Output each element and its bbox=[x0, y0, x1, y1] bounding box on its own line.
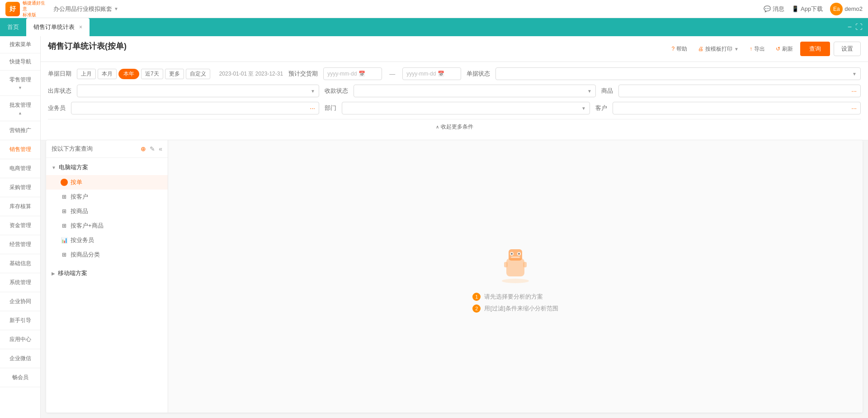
sidebar-label-retail: 零售管理 bbox=[9, 76, 31, 84]
svg-rect-7 bbox=[511, 256, 520, 258]
date-btn-last-month[interactable]: 上月 bbox=[77, 69, 96, 79]
date-btn-7days[interactable]: 近7天 bbox=[141, 69, 163, 79]
ship-select[interactable]: ▼ bbox=[77, 85, 319, 97]
dropdown-arrow-icon[interactable]: ▼ bbox=[114, 6, 118, 11]
message-button[interactable]: 💬 消息 bbox=[764, 5, 784, 13]
sidebar: 搜索菜单 快捷导航 零售管理 ▼ 批发管理 ▲ 营销推广 销售管理 电商管理 采… bbox=[0, 36, 41, 418]
scheme-by-product-category[interactable]: ⊞ 按商品分类 bbox=[46, 247, 168, 262]
product-more-icon[interactable]: ··· bbox=[851, 87, 857, 95]
scheme-by-order[interactable]: 单 按单 bbox=[46, 175, 168, 190]
sidebar-item-enterprise[interactable]: 企业协同 bbox=[0, 292, 40, 311]
sidebar-label-system: 系统管理 bbox=[9, 279, 31, 286]
salesperson-more-icon[interactable]: ··· bbox=[310, 104, 315, 112]
tab-home[interactable]: 首页 bbox=[0, 18, 26, 36]
by-customer-product-label: 按客户+商品 bbox=[71, 222, 104, 230]
left-panel-actions: ⊕ ✎ « bbox=[141, 145, 162, 152]
setting-button[interactable]: 设置 bbox=[834, 42, 861, 56]
status-select[interactable]: ▼ bbox=[495, 67, 861, 80]
salesperson-input[interactable]: ··· bbox=[71, 102, 319, 114]
expected-date-end[interactable]: yyyy-mm-dd 📅 bbox=[402, 67, 461, 80]
sidebar-item-purchase[interactable]: 采购管理 bbox=[0, 178, 40, 197]
date-btn-more[interactable]: 更多 bbox=[165, 69, 184, 79]
tab-bar-actions: − ⛶ bbox=[848, 23, 868, 31]
customer-input[interactable]: ··· bbox=[613, 102, 861, 114]
app-download-button[interactable]: 📱 App下载 bbox=[792, 5, 823, 13]
export-button[interactable]: ↑ 导出 bbox=[746, 43, 769, 55]
customer-label: 客户 bbox=[595, 104, 607, 112]
sidebar-item-marketing[interactable]: 营销推广 bbox=[0, 121, 40, 140]
print-button[interactable]: 🖨 按模板打印 ▼ bbox=[694, 43, 742, 55]
payment-select-arrow: ▼ bbox=[587, 89, 592, 94]
scheme-by-customer-product[interactable]: ⊞ 按客户+商品 bbox=[46, 218, 168, 233]
sidebar-item-base[interactable]: 基础信息 bbox=[0, 254, 40, 273]
ship-select-arrow: ▼ bbox=[311, 89, 315, 94]
logo-text: 畅捷通好生意 标准版 bbox=[23, 0, 46, 18]
sidebar-item-retail[interactable]: 零售管理 ▼ bbox=[0, 71, 40, 96]
message-icon: 💬 bbox=[764, 5, 771, 12]
sidebar-arrow-retail: ▼ bbox=[18, 86, 22, 90]
scheme-by-customer[interactable]: ⊞ 按客户 bbox=[46, 190, 168, 204]
svg-rect-9 bbox=[523, 262, 527, 267]
sidebar-label-sales: 销售管理 bbox=[9, 146, 31, 153]
dept-select[interactable]: ▼ bbox=[342, 102, 590, 114]
payment-label: 收款状态 bbox=[325, 87, 348, 95]
sidebar-item-newuser[interactable]: 新手引导 bbox=[0, 311, 40, 330]
sidebar-item-wechat[interactable]: 企业微信 bbox=[0, 349, 40, 368]
collapse-up-icon: ∧ bbox=[436, 124, 439, 129]
top-bar-title[interactable]: 办公用品行业模拟账套 ▼ bbox=[53, 5, 756, 13]
sidebar-item-wholesale[interactable]: 批发管理 ▲ bbox=[0, 96, 40, 121]
hint-num-2: 2 bbox=[472, 304, 481, 313]
mobile-schemes-parent[interactable]: ▶ 移动端方案 bbox=[46, 266, 168, 281]
sidebar-quick-nav[interactable]: 快捷导航 bbox=[0, 53, 40, 71]
sidebar-item-member[interactable]: 畅会员 bbox=[0, 368, 40, 387]
desktop-schemes-parent[interactable]: ▼ 电脑端方案 bbox=[46, 160, 168, 175]
desktop-schemes-label: 电脑端方案 bbox=[59, 163, 88, 171]
mobile-schemes-section: ▶ 移动端方案 bbox=[46, 264, 168, 283]
main-content-wrapper: 按以下方案查询 ⊕ ✎ « ▼ 电脑端方案 单 按单 bbox=[46, 140, 863, 413]
svg-point-0 bbox=[502, 279, 529, 283]
sidebar-item-finance[interactable]: 资金管理 bbox=[0, 216, 40, 235]
scheme-by-salesperson[interactable]: 📊 按业务员 bbox=[46, 233, 168, 247]
sidebar-item-appcenter[interactable]: 应用中心 bbox=[0, 330, 40, 349]
refresh-button[interactable]: ↺ 刷新 bbox=[772, 43, 797, 55]
sidebar-item-operations[interactable]: 经营管理 bbox=[0, 235, 40, 254]
sidebar-search-menu[interactable]: 搜索菜单 bbox=[0, 36, 40, 53]
add-scheme-icon[interactable]: ⊕ bbox=[141, 145, 146, 152]
by-product-icon: ⊞ bbox=[61, 208, 68, 215]
mobile-expand-icon: ▶ bbox=[52, 271, 55, 276]
refresh-icon: ↺ bbox=[776, 46, 780, 52]
sidebar-item-inventory[interactable]: 库存核算 bbox=[0, 197, 40, 216]
help-icon: ? bbox=[671, 46, 675, 52]
payment-select[interactable]: ▼ bbox=[354, 85, 596, 97]
customer-more-icon[interactable]: ··· bbox=[851, 104, 857, 112]
sidebar-item-system[interactable]: 系统管理 bbox=[0, 273, 40, 292]
expected-date-start[interactable]: yyyy-mm-dd 📅 bbox=[323, 67, 382, 80]
filter-row-3: 业务员 ··· 部门 ▼ 客户 ··· bbox=[48, 102, 861, 114]
date-btn-custom[interactable]: 自定义 bbox=[186, 69, 210, 79]
user-menu[interactable]: Ea demo2 bbox=[830, 3, 863, 15]
by-customer-icon: ⊞ bbox=[61, 193, 68, 200]
expand-icon: ▼ bbox=[52, 165, 56, 170]
maximize-icon[interactable]: ⛶ bbox=[855, 23, 863, 31]
help-button[interactable]: ? 帮助 bbox=[668, 43, 691, 55]
edit-scheme-icon[interactable]: ✎ bbox=[150, 145, 155, 152]
product-label: 商品 bbox=[601, 87, 613, 95]
date-btn-this-year[interactable]: 本年 bbox=[118, 69, 139, 79]
salesperson-label: 业务员 bbox=[48, 104, 66, 112]
scheme-by-product[interactable]: ⊞ 按商品 bbox=[46, 204, 168, 218]
collapse-panel-icon[interactable]: « bbox=[159, 145, 162, 152]
product-input[interactable]: ··· bbox=[618, 85, 861, 97]
logo-icon: 好 bbox=[5, 2, 20, 16]
by-order-icon: 单 bbox=[61, 179, 68, 186]
collapse-btn[interactable]: ∧ 收起更多条件 bbox=[48, 119, 861, 134]
query-button[interactable]: 查询 bbox=[800, 42, 830, 56]
sidebar-item-sales[interactable]: 销售管理 bbox=[0, 140, 40, 159]
by-salesperson-label: 按业务员 bbox=[71, 236, 94, 244]
date-btn-this-month[interactable]: 本月 bbox=[98, 69, 117, 79]
page-header: 销售订单统计表(按单) ? 帮助 🖨 按模板打印 ▼ ↑ 导出 ↺ 刷新 bbox=[41, 36, 868, 62]
minimize-icon[interactable]: − bbox=[848, 23, 852, 31]
export-icon: ↑ bbox=[750, 46, 752, 52]
sidebar-item-ecommerce[interactable]: 电商管理 bbox=[0, 159, 40, 178]
tab-sales-order-stats[interactable]: 销售订单统计表 × bbox=[26, 18, 90, 36]
tab-close-icon[interactable]: × bbox=[79, 24, 82, 30]
